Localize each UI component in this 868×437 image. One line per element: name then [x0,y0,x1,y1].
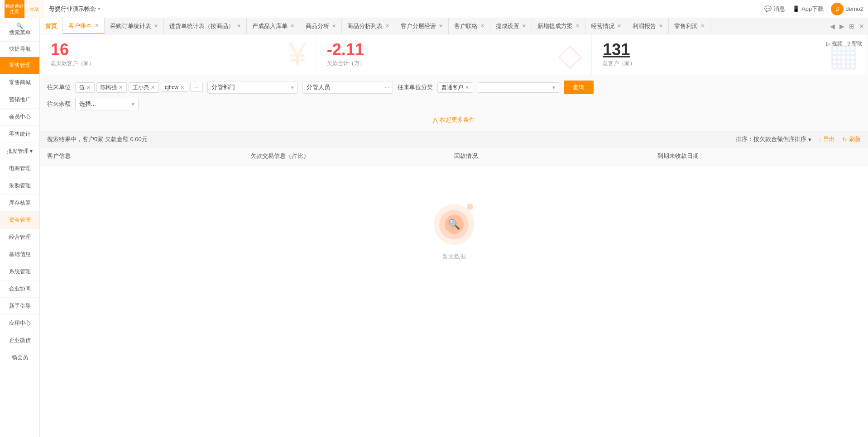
app-label: App下载 [801,5,824,13]
sidebar-item-finance[interactable]: 资金管理 [0,212,39,229]
tab-goods-analysis-list[interactable]: 商品分析列表 ✕ [342,18,395,34]
tab-close-icon[interactable]: ✕ [439,23,443,29]
sidebar-item-marketing[interactable]: 营销推广 [0,91,39,109]
tab-customer-contact[interactable]: 客户联络 ✕ [449,18,490,34]
unit-class-selector[interactable]: ▾ [478,82,559,93]
sidebar-item-retail-mall[interactable]: 零售商城 [0,74,39,91]
unit-class-filter-label: 往来单位分类 [398,83,433,91]
unit-tag-cjttcw[interactable]: cjttcw ✕ [161,83,188,92]
unit-tag-wu[interactable]: 伍 ✕ [75,82,95,93]
tab-close-icon[interactable]: ✕ [95,23,99,28]
sidebar-item-member-center[interactable]: 会员中心 [0,109,39,126]
tab-operations[interactable]: 经营情况 ✕ [585,18,627,34]
help-btn[interactable]: ? 帮助 [847,40,863,48]
sidebar-item-wechat[interactable]: 企业微信 [0,332,39,349]
tab-close-icon[interactable]: ✕ [332,23,336,29]
sidebar-item-member-vip[interactable]: 畅会员 [0,349,39,366]
tag-text: 伍 [79,84,85,91]
user-menu[interactable]: D demo2 [831,3,863,15]
sidebar-item-ecommerce[interactable]: 电商管理 [0,160,39,177]
tab-close-icon[interactable]: ✕ [154,23,158,29]
sort-btn[interactable]: 排序：按欠款金额倒序排序 ▾ [736,135,811,143]
tab-product-in[interactable]: 产成品入库单 ✕ [247,18,300,34]
more-icon[interactable]: ··· [194,84,199,90]
tab-goods-analysis[interactable]: 商品分析 ✕ [300,18,342,34]
tag-close-icon[interactable]: ✕ [151,85,155,90]
tab-close-icon[interactable]: ✕ [659,23,663,29]
tab-customer-tier[interactable]: 客户分层经营 ✕ [395,18,449,34]
dept-selector[interactable]: 分管部门 ▾ [207,81,298,94]
tab-goods-stats[interactable]: 进货单统计表（按商品） ✕ [164,18,247,34]
message-icon: 💬 [764,5,772,12]
tab-label: 提成设置 [496,22,519,30]
sidebar-item-newbie[interactable]: 新手引导 [0,298,39,315]
sidebar-item-label: 零售统计 [9,131,31,137]
col-credit-header: 欠款交易信息（占比） [250,152,454,160]
quick-nav-btn[interactable]: 快捷导航 [0,42,39,57]
tab-new-commission[interactable]: 新增提成方案 ✕ [532,18,585,34]
sidebar-item-purchase[interactable]: 采购管理 [0,177,39,195]
person-more-icon[interactable]: ··· [385,85,389,90]
tab-close-icon[interactable]: ✕ [522,23,526,29]
sidebar-item-sys-mgmt[interactable]: 系统管理 [0,263,39,280]
tag-close-icon[interactable]: ✕ [465,85,469,90]
search-menu-area[interactable]: 🔍 搜索菜单 [0,18,39,42]
sidebar-item-basic-info[interactable]: 基础信息 [0,246,39,263]
sidebar-item-wholesale[interactable]: 批发管理 ▾ [0,143,39,160]
unit-tag-chen[interactable]: 陈民强 ✕ [96,82,127,93]
sidebar-item-retail-stats[interactable]: 零售统计 [0,126,39,143]
export-btn[interactable]: ↑ 导出 [819,135,835,143]
unit-class-tag-normal[interactable]: 普通客户 ✕ [437,82,473,93]
tab-profit-report[interactable]: 利润报告 ✕ [627,18,669,34]
app-download-btn[interactable]: 📱 App下载 [792,5,824,13]
export-label: 导出 [823,135,835,143]
search-menu-btn[interactable]: 🔍 搜索菜单 [4,23,36,37]
tab-customer-ledger[interactable]: 客户账本 ✕ [63,18,105,34]
empty-icon: 🔍 [432,202,477,247]
message-btn[interactable]: 💬 消息 [764,5,785,13]
tab-retail-profit[interactable]: 零售利润 ✕ [669,18,710,34]
unit-class-tags: 普通客户 ✕ [437,82,473,93]
sidebar-item-operations[interactable]: 经营管理 [0,229,39,246]
video-btn[interactable]: ▷ 视频 [826,40,843,48]
tab-home-label: 首页 [45,22,57,30]
sidebar-item-retail-mgmt[interactable]: 零售管理 [0,57,39,74]
arrow-icon: ▾ [552,85,555,90]
sidebar-item-label: 企业协同 [9,285,31,292]
stat-total-debt-customers: ¥ 16 总欠款客户（家） [40,34,316,75]
tab-close-icon[interactable]: ✕ [480,23,484,29]
magnifier-icon: 🔍 [448,218,460,230]
stat-label-debt-customers: 总欠款客户（家） [51,60,94,67]
tab-commission-setting[interactable]: 提成设置 ✕ [490,18,532,34]
tab-home[interactable]: 首页 [40,18,63,34]
search-icon: 🔍 [16,23,23,29]
tag-close-icon[interactable]: ✕ [180,85,184,90]
export-icon: ↑ [819,136,822,143]
unit-tag-wang[interactable]: 王小亮 ✕ [129,82,159,93]
tag-close-icon[interactable]: ✕ [86,85,91,90]
tab-close-icon[interactable]: ✕ [700,23,705,29]
tag-close-icon[interactable]: ✕ [119,85,123,90]
tab-expand-btn[interactable]: ⊞ [847,22,856,31]
tab-close-all-btn[interactable]: ✕ [857,22,866,31]
balance-selector[interactable]: 选择... ▾ [75,98,139,110]
company-selector[interactable]: 母婴行业演示帐套 ▾ [44,5,105,13]
tab-close-icon[interactable]: ✕ [290,23,294,29]
tab-close-icon[interactable]: ✕ [237,23,241,29]
refresh-btn[interactable]: ↻ 刷新 [842,135,861,143]
query-button[interactable]: 查询 [564,81,594,94]
tab-purchase-stats[interactable]: 采购订单统计表 ✕ [105,18,164,34]
tab-close-icon[interactable]: ✕ [575,23,580,29]
sidebar-item-enterprise[interactable]: 企业协同 [0,280,39,298]
person-selector[interactable]: 分管人员 ··· [302,81,393,94]
sidebar-item-app-center[interactable]: 应用中心 [0,315,39,332]
tab-close-icon[interactable]: ✕ [385,23,389,29]
collapse-btn[interactable]: ⋀ 收起更多条件 [47,114,861,126]
tab-next-btn[interactable]: ▶ [838,22,846,31]
unit-tag-more[interactable]: ··· [190,83,203,92]
tab-close-icon[interactable]: ✕ [617,23,621,29]
tab-prev-btn[interactable]: ◀ [828,22,837,31]
sidebar-item-inventory[interactable]: 库存核算 [0,195,39,212]
sidebar-item-label: 电商管理 [9,165,31,171]
table-header: 客户信息 欠款交易信息（占比） 回款情况 到期未收款日期 [40,147,868,166]
